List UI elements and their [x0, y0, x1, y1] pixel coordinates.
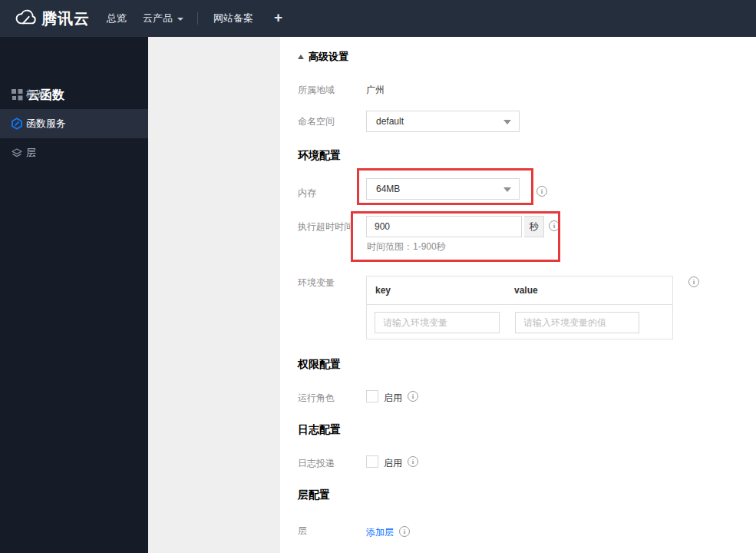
topbar: 腾讯云 总览 云产品 网站备案 + — [0, 0, 756, 37]
sidebar: 云函数 概览 函数服务 层 — [0, 37, 148, 553]
annotation-box-timeout — [351, 211, 560, 262]
function-service-icon — [11, 118, 23, 130]
run-role-label: 运行角色 — [298, 392, 335, 403]
topnav-overview[interactable]: 总览 — [107, 0, 127, 37]
table-divider — [367, 304, 672, 305]
annotation-box-memory — [357, 168, 533, 205]
topnav-cloud-products-label: 云产品 — [143, 12, 173, 24]
collapse-arrow-icon — [298, 55, 304, 59]
region-label: 所属地域 — [298, 84, 335, 95]
sidebar-item-label: 层 — [26, 138, 36, 167]
environment-config-title: 环境配置 — [298, 149, 341, 161]
envvar-info-icon[interactable]: i — [688, 276, 699, 287]
log-delivery-enable-checkbox[interactable] — [366, 455, 378, 468]
brand-title[interactable]: 腾讯云 — [41, 0, 90, 37]
envvar-label: 环境变量 — [298, 277, 335, 288]
namespace-selected-value: default — [376, 116, 404, 127]
log-delivery-label: 日志投递 — [298, 458, 335, 469]
envvar-key-input[interactable] — [375, 312, 500, 333]
permission-config-title: 权限配置 — [298, 358, 341, 370]
region-value: 广州 — [366, 84, 385, 95]
run-role-enable-label: 启用 — [384, 392, 402, 403]
sidebar-item-overview[interactable]: 概览 — [0, 80, 148, 109]
advanced-settings-toggle[interactable]: 高级设置 — [298, 51, 348, 62]
log-config-title: 日志配置 — [298, 423, 341, 435]
memory-label: 内存 — [298, 187, 316, 198]
chevron-down-icon — [177, 18, 183, 21]
layer-config-title: 层配置 — [298, 488, 330, 501]
tencent-cloud-logo-icon[interactable] — [12, 8, 38, 29]
function-config-form: 高级设置 所属地域 广州 命名空间 default 环境配置 内存 64MB i… — [280, 37, 756, 553]
topnav-cloud-products[interactable]: 云产品 — [143, 0, 183, 37]
grid-overview-icon — [11, 88, 23, 101]
add-layer-info-icon[interactable]: i — [399, 526, 410, 537]
envvar-value-header: value — [514, 276, 538, 304]
topnav-divider — [197, 12, 198, 25]
memory-info-icon[interactable]: i — [536, 186, 547, 197]
sidebar-item-layers[interactable]: 层 — [0, 138, 148, 167]
add-layer-link[interactable]: 添加层 — [366, 527, 394, 538]
envvar-value-input[interactable] — [515, 312, 639, 333]
collapsed-list-panel — [148, 37, 280, 553]
advanced-settings-label: 高级设置 — [309, 51, 348, 62]
layers-icon — [11, 147, 23, 159]
chevron-down-icon — [503, 120, 511, 124]
sidebar-item-function-service[interactable]: 函数服务 — [0, 109, 148, 138]
namespace-label: 命名空间 — [298, 116, 335, 127]
topnav-website-beian[interactable]: 网站备案 — [213, 0, 253, 37]
run-role-info-icon[interactable]: i — [408, 391, 418, 402]
run-role-enable-checkbox[interactable] — [366, 390, 378, 402]
sidebar-item-label: 概览 — [26, 80, 46, 109]
layer-label: 层 — [298, 525, 307, 536]
log-delivery-enable-label: 启用 — [384, 458, 402, 469]
tencent-cloud-console: 腾讯云 总览 云产品 网站备案 + 云函数 概览 函数服务 — [0, 0, 756, 553]
sidebar-item-label: 函数服务 — [26, 109, 66, 138]
envvar-table: key value — [366, 276, 673, 339]
log-delivery-info-icon[interactable]: i — [408, 456, 418, 467]
namespace-select[interactable]: default — [366, 111, 520, 132]
topnav-add-button[interactable]: + — [274, 0, 282, 37]
timeout-label: 执行超时时间 — [298, 221, 353, 232]
envvar-key-header: key — [375, 276, 391, 304]
